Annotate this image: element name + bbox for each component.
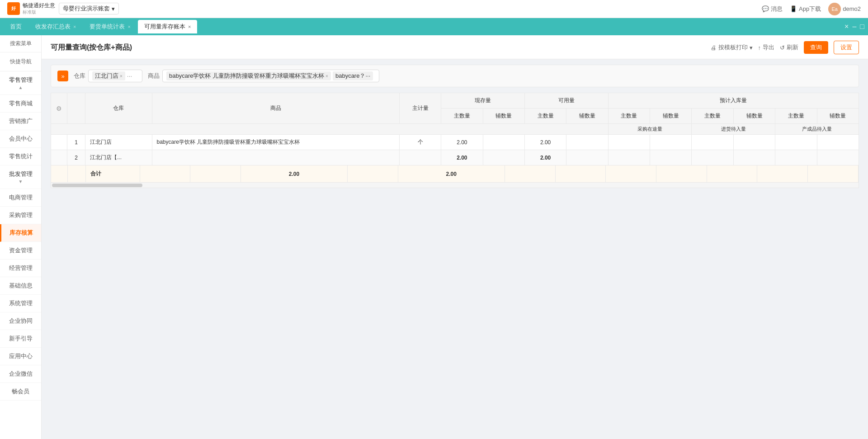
- row1-available-aux: [566, 135, 608, 150]
- footer-product: [140, 165, 190, 182]
- sidebar-item-retail-mgmt-label: 零售管理: [9, 76, 33, 84]
- sidebar-item-purchase[interactable]: 采购管理: [0, 207, 41, 224]
- content-area: 可用量查询(按仓库+商品) 🖨 按模板打印 ▾ ↑ 导出 ↺ 刷新: [42, 35, 868, 439]
- sidebar-item-wholesale-mgmt[interactable]: 批发管理 ▼: [0, 165, 41, 189]
- warehouse-label: 仓库: [74, 72, 85, 80]
- sidebar-item-enterprise-label: 企业协同: [9, 317, 33, 325]
- app-download-button[interactable]: 📱 App下载: [790, 5, 821, 13]
- sidebar-item-inventory[interactable]: 库存核算: [0, 224, 41, 242]
- sidebar-quick-nav-label[interactable]: 快捷导航: [0, 55, 41, 68]
- tab-home[interactable]: 首页: [4, 20, 28, 33]
- tab-available-stock-close[interactable]: ×: [188, 24, 191, 29]
- product-tag-container[interactable]: babycare学饮杯 儿童防摔防撞吸管杯重力球吸嘴杯宝宝水杯 × babyca…: [162, 70, 379, 82]
- sidebar-search-text[interactable]: 搜索菜单: [4, 40, 38, 47]
- th-available-aux: 辅数量: [566, 109, 608, 124]
- store-name: 母婴行业演示账套: [63, 5, 110, 13]
- app-download-label: App下载: [799, 5, 821, 13]
- tab-order-stats-label: 要货单统计表: [90, 23, 125, 31]
- footer-table: 合计 2.00 2.00: [51, 165, 859, 182]
- phone-icon: 📱: [790, 5, 797, 12]
- tab-order-stats-close[interactable]: ×: [127, 24, 130, 29]
- sidebar-item-wechat[interactable]: 企业微信: [0, 365, 41, 383]
- query-button[interactable]: 查询: [804, 41, 828, 54]
- sidebar-item-member-label: 会员中心: [9, 135, 33, 143]
- sidebar-item-business-label: 经营管理: [9, 264, 33, 272]
- sidebar-item-retail-stats[interactable]: 零售统计: [0, 148, 41, 165]
- row1-prd-aux: [817, 135, 859, 150]
- template-print-button[interactable]: 🖨 按模板打印 ▾: [711, 43, 753, 52]
- tab-order-stats[interactable]: 要货单统计表 ×: [83, 20, 137, 33]
- sidebar-quick-nav[interactable]: 快捷导航: [0, 52, 41, 71]
- sidebar-item-ecommerce[interactable]: 电商管理: [0, 189, 41, 207]
- scroll-thumb[interactable]: [52, 184, 142, 187]
- sidebar-item-purchase-label: 采购管理: [9, 211, 33, 219]
- top-bar-left: 好 畅捷通好生意 标准版 母婴行业演示账套 ▾: [7, 2, 119, 15]
- logo-text-block: 畅捷通好生意 标准版: [23, 2, 55, 15]
- gear-icon[interactable]: ⚙: [56, 105, 62, 112]
- tab-home-label: 首页: [10, 23, 22, 31]
- export-label: 导出: [763, 43, 774, 52]
- sidebar-item-finance[interactable]: 资金管理: [0, 242, 41, 260]
- nav-max-btn[interactable]: □: [860, 23, 864, 31]
- wholesale-mgmt-arrow: ▼: [19, 179, 23, 184]
- nav-close-btn[interactable]: ×: [844, 23, 849, 31]
- sidebar-item-system-label: 系统管理: [9, 299, 33, 307]
- sidebar-item-wholesale-mgmt-label: 批发管理: [9, 170, 33, 178]
- refresh-button[interactable]: ↺ 刷新: [780, 43, 798, 52]
- export-button[interactable]: ↑ 导出: [758, 43, 775, 52]
- refresh-label: 刷新: [787, 43, 798, 52]
- row2-prd-aux: [817, 150, 859, 165]
- nav-min-btn[interactable]: –: [852, 23, 856, 31]
- tab-available-stock-label: 可用量库存账本: [144, 23, 185, 31]
- warehouse-filter: 仓库 江北门店 × ···: [74, 70, 142, 82]
- warehouse-more-dots[interactable]: ···: [127, 72, 132, 80]
- sidebar-item-enterprise[interactable]: 企业协同: [0, 312, 41, 330]
- page-title-row: 可用量查询(按仓库+商品) 🖨 按模板打印 ▾ ↑ 导出 ↺ 刷新: [51, 41, 859, 54]
- user-area[interactable]: Ea demo2: [828, 3, 861, 15]
- sidebar-item-system[interactable]: 系统管理: [0, 295, 41, 312]
- store-selector[interactable]: 母婴行业演示账套 ▾: [59, 3, 119, 14]
- th-warehouse: 仓库: [85, 93, 152, 124]
- row1-num: 1: [67, 135, 85, 150]
- th-purchase-transit-label: 采购在途量: [608, 124, 692, 135]
- product-tag-1-close[interactable]: ×: [326, 74, 328, 79]
- sidebar-item-retail-mgmt[interactable]: 零售管理 ▲: [0, 71, 41, 95]
- sidebar-item-retail-mall[interactable]: 零售商城: [0, 95, 41, 113]
- sidebar-item-vip[interactable]: 畅会员: [0, 383, 41, 401]
- sidebar-item-basic-info[interactable]: 基础信息: [0, 277, 41, 295]
- sidebar-item-member[interactable]: 会员中心: [0, 130, 41, 148]
- warehouse-tag-close[interactable]: ×: [120, 74, 123, 79]
- product-label: 商品: [148, 72, 160, 80]
- sidebar-item-retail-stats-label: 零售统计: [9, 152, 33, 160]
- settings-button[interactable]: 设置: [834, 41, 859, 54]
- th-unit: 主计量: [399, 93, 441, 124]
- th-stock-group: 现存量: [441, 93, 525, 109]
- th-settings[interactable]: ⚙: [51, 93, 67, 124]
- export-icon: ↑: [758, 44, 761, 51]
- sidebar-item-guide[interactable]: 新手引导: [0, 330, 41, 348]
- th-stock-main: 主数量: [441, 109, 483, 124]
- tab-stock-summary-close[interactable]: ×: [73, 24, 76, 29]
- tab-available-stock[interactable]: 可用量库存账本 ×: [138, 20, 197, 33]
- scroll-bar[interactable]: [51, 183, 859, 188]
- footer-stock-aux: [348, 165, 398, 182]
- tab-stock-summary[interactable]: 收发存汇总表 ×: [29, 20, 82, 33]
- warehouse-tag-text: 江北门店: [95, 72, 118, 80]
- page-actions: 🖨 按模板打印 ▾ ↑ 导出 ↺ 刷新 查询: [711, 41, 859, 54]
- filter-expand-button[interactable]: »: [57, 71, 68, 81]
- sidebar-search[interactable]: 搜索菜单: [0, 35, 41, 52]
- sidebar-item-app-center[interactable]: 应用中心: [0, 348, 41, 365]
- product-filter: 商品 babycare学饮杯 儿童防摔防撞吸管杯重力球吸嘴杯宝宝水杯 × bab…: [148, 70, 379, 82]
- row2-settings: [51, 150, 67, 165]
- sidebar-item-marketing[interactable]: 营销推广: [0, 113, 41, 130]
- warehouse-tag-container[interactable]: 江北门店 × ···: [88, 70, 142, 82]
- sidebar-item-finance-label: 资金管理: [9, 246, 33, 255]
- sidebar-item-business[interactable]: 经营管理: [0, 260, 41, 277]
- footer-spacer1: [51, 165, 67, 182]
- logo-area: 好 畅捷通好生意 标准版: [7, 2, 55, 15]
- message-button[interactable]: 💬 消息: [762, 5, 783, 13]
- product-tag-2-text: babycare？···: [335, 72, 370, 80]
- row1-product: babycare学饮杯 儿童防摔防撞吸管杯重力球吸嘴杯宝宝水杯: [152, 135, 399, 150]
- th-purchase-pending-main: 主数量: [692, 109, 733, 124]
- table-footer: 合计 2.00 2.00: [51, 165, 859, 183]
